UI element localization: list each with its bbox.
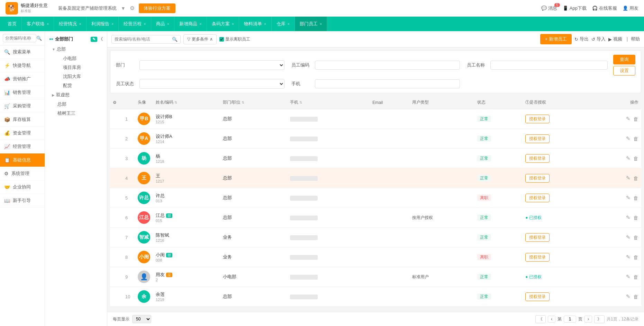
nav-tab-bom[interactable]: 物料清单 × [239,17,271,31]
sidebar-item-sales[interactable]: 📊销售管理 [0,86,45,99]
user-avatar[interactable]: 👤 用友 [623,5,638,11]
query-btn[interactable]: 查询 [613,55,635,64]
sidebar-item-guide[interactable]: 📖新手引导 [0,194,45,208]
auth-btn[interactable]: 授权登录 [525,115,550,123]
auth-btn[interactable]: 授权登录 [525,134,550,143]
edit-btn[interactable]: ✎ [626,135,631,142]
filter-dept-select[interactable] [139,60,284,70]
content-area: 🔍 ▽ 更多条件 ∧ 显示离职员工 + 新增员工 ↻ 导出 ↺ 导入 [107,31,644,326]
edit-btn[interactable]: ✎ [626,195,631,201]
gear-btn[interactable]: ⚙ [130,5,135,11]
prev-page-btn[interactable]: ‹ [548,316,555,323]
dept-child-zongbu[interactable]: 总部 [48,100,107,109]
col-ops-cell: ✎ 🗑 [597,267,641,287]
edit-btn[interactable]: ✎ [626,175,631,181]
auth-btn[interactable]: 授权登录 [525,194,550,202]
auth-btn[interactable]: 授权登录 [525,292,550,301]
nav-tab-goods[interactable]: 商品 × [151,17,174,31]
edit-btn[interactable]: ✎ [626,116,631,122]
col-settings[interactable]: ⚙ [110,96,123,109]
show-resigned-label[interactable]: 显示离职员工 [219,36,250,42]
next-page-btn[interactable]: › [584,316,592,323]
delete-btn[interactable]: 🗑 [633,156,638,161]
edit-btn[interactable]: ✎ [626,254,631,260]
dept-node-shuangxu[interactable]: ▶双虚想 [48,90,107,100]
dept-edit-btn[interactable]: ✎ [91,37,97,42]
dept-child-xiaodibu[interactable]: 小电部 [53,54,107,63]
nav-tab-customer[interactable]: 客户联络 × [22,17,54,31]
dept-child-project[interactable]: 项目库房 [53,63,107,72]
edit-btn[interactable]: ✎ [626,274,631,280]
view-btn[interactable]: ▶ 视频 [608,36,622,42]
delete-btn[interactable]: 🗑 [633,254,638,260]
delete-btn[interactable]: 🗑 [633,274,638,280]
system-dropdown-btn[interactable]: ▼ [121,6,126,11]
col-name-code[interactable]: 姓名/编码 [153,96,220,109]
sidebar-item-marketing[interactable]: 📣营销推广 [0,72,45,86]
export-btn[interactable]: ↻ 导出 [574,36,589,42]
auth-btn[interactable]: 授权登录 [525,253,550,262]
sidebar-item-search[interactable]: 🔍搜索菜单 [0,45,45,59]
col-dept-pos[interactable]: 部门/职位 [220,96,287,109]
delete-btn[interactable]: 🗑 [633,235,638,240]
nav-tab-employee[interactable]: 部门员工 × [295,17,327,31]
edit-btn[interactable]: ✎ [626,293,631,300]
auth-btn[interactable]: 授权登录 [525,233,550,242]
filter-code-input[interactable] [315,61,460,70]
nav-tab-business[interactable]: 经营情况 × [54,17,86,31]
filter-more-btn[interactable]: ▽ 更多条件 ∧ [183,34,217,44]
auth-btn[interactable]: 授权登录 [525,174,550,183]
nav-tab-add-goods[interactable]: 新增商品 × [174,17,207,31]
nav-tab-history[interactable]: 经营历程 × [119,17,151,31]
page-input[interactable] [564,316,576,323]
nav-tab-warehouse[interactable]: 仓库 × [272,17,295,31]
dept-child-shenyang[interactable]: 沈阳大库 [53,72,107,81]
delete-btn[interactable]: 🗑 [633,136,638,142]
sidebar-item-nav[interactable]: ⚡快捷导航 [0,59,45,72]
online-service-btn[interactable]: 🎧 在线客服 [592,5,617,11]
sidebar-item-operations[interactable]: 📈经营管理 [0,140,45,153]
sidebar-item-inventory[interactable]: 📦库存核算 [0,113,45,126]
dept-child-zhishu[interactable]: 植树王三 [48,109,107,118]
trial-btn[interactable]: 体验行业方案 [139,3,175,13]
sidebar-item-basics[interactable]: 📋基础信息 [0,153,45,167]
delete-btn[interactable]: 🗑 [633,294,638,300]
sidebar-item-finance[interactable]: 💰资金管理 [0,126,45,140]
auth-btn[interactable]: 授权登录 [525,154,550,163]
filter-status-select[interactable] [139,79,284,89]
sidebar-item-system[interactable]: ⚙系统管理 [0,167,45,180]
col-name-cell: 江总部015 [153,208,220,228]
sidebar-item-collab[interactable]: 🤝企业协同 [0,180,45,194]
delete-btn[interactable]: 🗑 [633,215,638,221]
last-page-btn[interactable]: 》 [594,315,605,323]
nav-tab-profit[interactable]: 利润报告 × [87,17,119,31]
dept-collapse-btn[interactable]: 《 [99,36,103,42]
delete-btn[interactable]: 🗑 [633,116,638,122]
edit-btn[interactable]: ✎ [626,234,631,240]
sidebar-item-purchase[interactable]: 🛒采购管理 [0,99,45,113]
edit-btn[interactable]: ✎ [626,214,631,221]
add-employee-btn[interactable]: + 新增员工 [540,34,572,44]
delete-btn[interactable]: 🗑 [633,195,638,201]
sidebar-search-input[interactable] [3,34,36,42]
col-phone[interactable]: 手机 [287,96,370,109]
show-resigned-checkbox[interactable] [219,37,224,42]
import-btn[interactable]: ↺ 导入 [591,36,606,42]
edit-btn[interactable]: ✎ [626,155,631,161]
first-page-btn[interactable]: 《 [535,315,546,323]
nav-tab-barcode[interactable]: 条码方案 × [207,17,239,31]
help-btn[interactable]: ｜ 帮助 [625,36,640,42]
page-size-select[interactable]: 10 20 50 100 [132,315,151,323]
message-btn[interactable]: 💬 消息 5 [541,5,557,11]
dept-child-dispatch[interactable]: 配货 [53,81,107,90]
app-download-btn[interactable]: 📱 App下载 [563,5,587,11]
search-input[interactable] [115,37,170,42]
delete-btn[interactable]: 🗑 [633,175,638,181]
reset-btn[interactable]: 设置 [613,66,635,76]
filter-name-input[interactable] [490,61,608,70]
nav-tab-home[interactable]: 首页 [3,17,22,31]
dept-node-head[interactable]: ▼总部 [48,44,107,54]
col-email-cell [370,228,409,247]
filter-phone-input[interactable] [315,79,460,88]
col-avatar-cell: 王 [135,168,153,188]
